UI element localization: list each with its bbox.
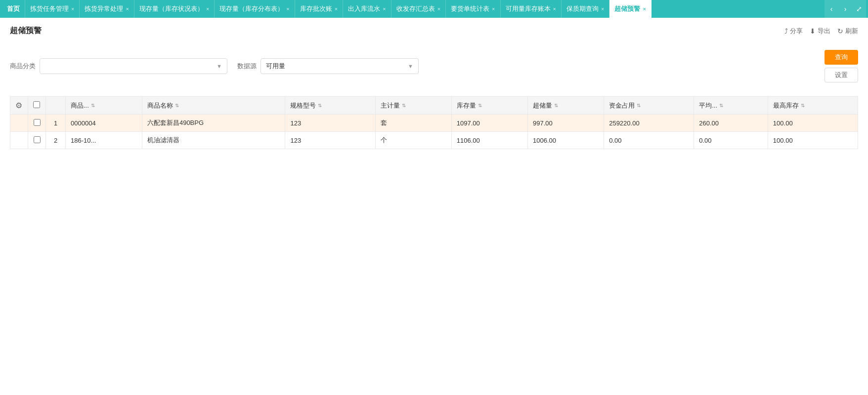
row1-avg: 260.00 (694, 115, 768, 132)
category-label: 商品分类 (10, 62, 36, 71)
row1-settings-cell (10, 115, 28, 132)
table-settings-gear-icon[interactable]: ⚙ (15, 101, 22, 110)
row1-spec: 123 (285, 115, 375, 132)
nav-home[interactable]: 首页 (2, 0, 25, 18)
nav-collect-summary[interactable]: 收发存汇总表 × (391, 0, 446, 18)
row2-settings-cell (10, 132, 28, 149)
close-overstock-icon[interactable]: × (643, 6, 646, 12)
datasource-select[interactable]: 可用量 ▼ (260, 58, 419, 74)
row1-num: 1 (46, 115, 66, 132)
category-dropdown-icon: ▼ (217, 63, 222, 69)
row1-checkbox-cell (28, 115, 46, 132)
sort-product-name-icon: ⇅ (175, 103, 179, 108)
row2-avg: 0.00 (694, 132, 768, 149)
close-inventory-dist-icon[interactable]: × (286, 6, 289, 12)
page-title: 超储预警 (10, 26, 42, 36)
col-header-product-code[interactable]: 商品... ⇅ (66, 97, 142, 115)
row2-max-inventory: 100.00 (768, 132, 858, 149)
col-header-avg[interactable]: 平均... ⇅ (694, 97, 768, 115)
row2-overstock: 1006.00 (527, 132, 604, 149)
col-header-unit[interactable]: 主计量 ⇅ (375, 97, 451, 115)
row2-spec: 123 (285, 132, 375, 149)
row2-checkbox-cell (28, 132, 46, 149)
export-icon: ⬇ (810, 27, 816, 35)
category-filter: 商品分类 ▼ (10, 58, 227, 74)
close-task-mgmt-icon[interactable]: × (71, 6, 74, 12)
refresh-icon: ↻ (837, 27, 843, 35)
nav-abnormal[interactable]: 拣货异常处理 × (80, 0, 134, 18)
datasource-label: 数据源 (237, 62, 257, 71)
col-header-max-inventory[interactable]: 最高库存 ⇅ (768, 97, 858, 115)
row2-num: 2 (46, 132, 66, 149)
top-navigation: 首页 拣货任务管理 × 拣货异常处理 × 现存量（库存状况表） × 现存量（库存… (0, 0, 868, 18)
row1-checkbox[interactable] (34, 119, 41, 126)
sort-inventory-icon: ⇅ (478, 103, 482, 108)
close-collect-summary-icon[interactable]: × (437, 6, 440, 12)
nav-batch-account[interactable]: 库存批次账 × (295, 0, 343, 18)
row1-product-code: 0000004 (66, 115, 142, 132)
close-batch-account-icon[interactable]: × (335, 6, 338, 12)
sort-max-inventory-icon: ⇅ (801, 103, 805, 108)
filter-area: 商品分类 ▼ 数据源 可用量 ▼ 查询 设置 (10, 44, 858, 88)
col-header-capital-usage[interactable]: 资金占用 ⇅ (604, 97, 694, 115)
share-icon: ⤴ (784, 27, 788, 35)
row2-product-code: 186-10... (66, 132, 142, 149)
row2-capital-usage: 0.00 (604, 132, 694, 149)
col-header-spec[interactable]: 规格型号 ⇅ (285, 97, 375, 115)
row1-capital-usage: 259220.00 (604, 115, 694, 132)
sort-unit-icon: ⇅ (402, 103, 406, 108)
nav-prev-button[interactable]: ‹ (825, 0, 838, 18)
row2-inventory: 1106.00 (451, 132, 527, 149)
col-header-rownum (46, 97, 66, 115)
col-header-inventory[interactable]: 库存量 ⇅ (451, 97, 527, 115)
close-abnormal-icon[interactable]: × (126, 6, 129, 12)
row2-checkbox[interactable] (34, 136, 41, 143)
datasource-filter: 数据源 可用量 ▼ (237, 58, 419, 74)
row1-max-inventory: 100.00 (768, 115, 858, 132)
table-row: 1 0000004 六配套新昌490BPG 123 套 1097.00 997.… (10, 115, 858, 132)
close-in-out-flow-icon[interactable]: × (383, 6, 386, 12)
nav-in-out-flow[interactable]: 出入库流水 × (343, 0, 391, 18)
action-buttons: 查询 设置 (825, 50, 858, 82)
nav-inventory-status[interactable]: 现存量（库存状况表） × (134, 0, 215, 18)
row1-inventory: 1097.00 (451, 115, 527, 132)
query-button[interactable]: 查询 (825, 50, 858, 65)
datasource-select-value: 可用量 (266, 62, 285, 71)
export-button[interactable]: ⬇ 导出 (810, 27, 830, 36)
col-header-settings: ⚙ (10, 97, 28, 115)
datasource-dropdown-icon: ▼ (408, 63, 413, 69)
row1-product-name: 六配套新昌490BPG (142, 115, 285, 132)
close-quality-period-icon[interactable]: × (601, 6, 604, 12)
sort-product-code-icon: ⇅ (91, 103, 95, 108)
col-header-overstock[interactable]: 超储量 ⇅ (527, 97, 604, 115)
sort-overstock-icon: ⇅ (554, 103, 558, 108)
nav-order-stats[interactable]: 要货单统计表 × (446, 0, 500, 18)
select-all-checkbox[interactable] (33, 101, 40, 108)
nav-next-button[interactable]: › (838, 0, 852, 18)
category-select[interactable]: ▼ (40, 58, 227, 74)
close-inventory-status-icon[interactable]: × (206, 6, 209, 12)
table-row: 2 186-10... 机油滤清器 123 个 1106.00 1006.00 … (10, 132, 858, 149)
nav-available-ledger[interactable]: 可用量库存账本 × (501, 0, 562, 18)
nav-task-mgmt[interactable]: 拣货任务管理 × (25, 0, 80, 18)
col-header-checkbox (28, 97, 46, 115)
nav-expand-button[interactable]: ⤢ (852, 0, 866, 18)
row1-unit: 套 (375, 115, 451, 132)
row2-product-name: 机油滤清器 (142, 132, 285, 149)
main-content: 超储预警 ⤴ 分享 ⬇ 导出 ↻ 刷新 商品分类 ▼ 数据源 (0, 18, 868, 395)
sort-avg-icon: ⇅ (719, 103, 723, 108)
close-order-stats-icon[interactable]: × (492, 6, 495, 12)
page-header: 超储预警 ⤴ 分享 ⬇ 导出 ↻ 刷新 (10, 26, 858, 36)
refresh-button[interactable]: ↻ 刷新 (837, 27, 858, 36)
share-button[interactable]: ⤴ 分享 (784, 27, 803, 36)
nav-arrows-container: ‹ › ⤢ (825, 0, 866, 18)
data-table: ⚙ 商品... ⇅ 商品名称 ⇅ (10, 96, 858, 149)
nav-inventory-dist[interactable]: 现存量（库存分布表） × (215, 0, 295, 18)
settings-button[interactable]: 设置 (825, 68, 858, 82)
nav-overstock[interactable]: 超储预警 × (609, 0, 651, 18)
nav-quality-period[interactable]: 保质期查询 × (562, 0, 609, 18)
close-available-ledger-icon[interactable]: × (553, 6, 556, 12)
row2-unit: 个 (375, 132, 451, 149)
col-header-product-name[interactable]: 商品名称 ⇅ (142, 97, 285, 115)
sort-spec-icon: ⇅ (318, 103, 322, 108)
